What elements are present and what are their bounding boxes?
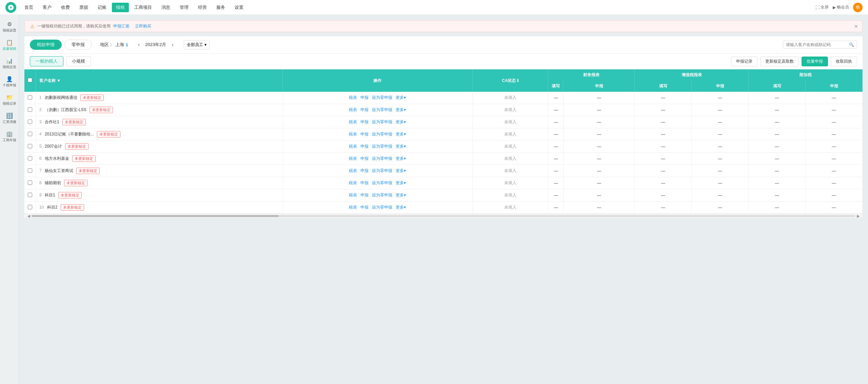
nav-invoice[interactable]: 票据 xyxy=(75,3,92,12)
row-checkbox-2[interactable] xyxy=(28,120,32,124)
row-op-zero[interactable]: 设为零申报 xyxy=(372,107,392,112)
tab-tax-declaration[interactable]: 税款申报 xyxy=(30,40,62,50)
row-op-taxform[interactable]: 税表 xyxy=(349,132,357,136)
sidebar-item-tax-records[interactable]: 📁 报税记录 xyxy=(0,91,19,109)
row-op-more[interactable]: 更多▾ xyxy=(396,107,406,112)
row-checkbox-5[interactable] xyxy=(28,156,32,161)
nav-operation[interactable]: 经营 xyxy=(194,3,211,12)
row-op-zero[interactable]: 设为零申报 xyxy=(372,180,392,185)
row-tag[interactable]: 未更新核定 xyxy=(61,204,84,211)
row-op-declare[interactable]: 申报 xyxy=(360,193,369,197)
scroll-right-arrow[interactable]: ▶ xyxy=(855,214,861,218)
row-checkbox-9[interactable] xyxy=(28,205,32,209)
row-checkbox-3[interactable] xyxy=(28,132,32,136)
sidebar-item-industrial-report[interactable]: 🏢 工商年报 xyxy=(0,127,19,146)
nav-home[interactable]: 首页 xyxy=(20,3,37,12)
scroll-left-arrow[interactable]: ◀ xyxy=(26,214,32,218)
row-op-declare[interactable]: 申报 xyxy=(360,144,369,149)
banner-link-buy[interactable]: 立即购买 xyxy=(135,23,151,29)
nav-settings[interactable]: 设置 xyxy=(231,3,248,12)
row-op-taxform[interactable]: 税表 xyxy=(349,95,357,100)
sidebar-item-calculation[interactable]: 🔢 汇算清缴 xyxy=(0,109,19,127)
fullscreen-button[interactable]: ⛶ 全屏 xyxy=(815,4,829,10)
row-tag[interactable]: 未更新核定 xyxy=(76,168,100,174)
sidebar-item-tax-report[interactable]: 📊 报税总览 xyxy=(0,54,19,72)
row-op-zero[interactable]: 设为零申报 xyxy=(372,95,392,100)
row-op-more[interactable]: 更多▾ xyxy=(396,180,406,185)
row-op-more[interactable]: 更多▾ xyxy=(396,156,406,161)
row-op-taxform[interactable]: 税表 xyxy=(349,156,357,161)
user-avatar[interactable]: 畅 xyxy=(853,3,863,12)
period-prev-button[interactable]: ‹ xyxy=(136,41,142,48)
row-op-declare[interactable]: 申报 xyxy=(360,132,369,136)
nav-accounting[interactable]: 记账 xyxy=(94,3,111,12)
select-all-checkbox[interactable] xyxy=(28,78,32,82)
row-op-declare[interactable]: 申报 xyxy=(360,205,369,210)
nav-billing[interactable]: 收费 xyxy=(57,3,74,12)
row-checkbox-1[interactable] xyxy=(28,107,32,112)
row-tag[interactable]: 未更新核定 xyxy=(65,143,88,150)
row-op-more[interactable]: 更多▾ xyxy=(396,95,406,100)
sidebar-item-personal-tax[interactable]: 👤 个税申报 xyxy=(0,72,19,91)
row-op-declare[interactable]: 申报 xyxy=(360,107,369,112)
row-op-more[interactable]: 更多▾ xyxy=(396,144,406,149)
row-op-zero[interactable]: 设为零申报 xyxy=(372,120,392,124)
row-checkbox-0[interactable] xyxy=(28,95,32,100)
nav-management[interactable]: 管理 xyxy=(176,3,193,12)
row-op-zero[interactable]: 设为零申报 xyxy=(372,144,392,149)
row-tag[interactable]: 未更新核定 xyxy=(72,155,96,162)
period-next-button[interactable]: › xyxy=(170,41,175,48)
row-op-more[interactable]: 更多▾ xyxy=(396,193,406,197)
batch-declare-button[interactable]: 批量申报 xyxy=(802,57,828,66)
row-op-taxform[interactable]: 税表 xyxy=(349,120,357,124)
search-input[interactable] xyxy=(786,42,847,47)
banner-link-report[interactable]: 申报汇签 xyxy=(113,23,130,29)
nav-tax[interactable]: 报税 xyxy=(112,3,129,12)
nav-industrial[interactable]: 工商项目 xyxy=(130,3,156,12)
row-op-taxform[interactable]: 税表 xyxy=(349,180,357,185)
banner-close-button[interactable]: ✕ xyxy=(854,24,858,29)
search-button[interactable]: 🔍 xyxy=(849,42,854,47)
row-op-zero[interactable]: 设为零申报 xyxy=(372,132,392,136)
row-op-declare[interactable]: 申报 xyxy=(360,95,369,100)
row-op-zero[interactable]: 设为零申报 xyxy=(372,193,392,197)
row-checkbox-8[interactable] xyxy=(28,193,32,197)
staff-selector[interactable]: 全部员工 ▾ xyxy=(184,40,210,49)
horizontal-scrollbar[interactable]: ◀ ▶ xyxy=(24,214,863,218)
row-op-more[interactable]: 更多▾ xyxy=(396,120,406,124)
nav-customers[interactable]: 客户 xyxy=(39,3,56,12)
row-tag[interactable]: 未更新核定 xyxy=(64,180,87,186)
sidebar-item-batch-tax[interactable]: 📋 批量报税 xyxy=(0,36,19,54)
nav-service[interactable]: 服务 xyxy=(212,3,229,12)
row-op-more[interactable]: 更多▾ xyxy=(396,168,406,173)
row-op-taxform[interactable]: 税表 xyxy=(349,168,357,173)
row-op-taxform[interactable]: 税表 xyxy=(349,205,357,210)
row-checkbox-7[interactable] xyxy=(28,180,32,185)
row-tag[interactable]: 未更新核定 xyxy=(80,94,104,101)
row-op-taxform[interactable]: 税表 xyxy=(349,144,357,149)
row-checkbox-4[interactable] xyxy=(28,144,32,148)
row-op-zero[interactable]: 设为零申报 xyxy=(372,168,392,173)
sidebar-item-tax-settings[interactable]: ⚙ 报税设置 xyxy=(0,18,19,36)
taxpayer-tab-small[interactable]: 小规模 xyxy=(66,56,91,66)
row-op-taxform[interactable]: 税表 xyxy=(349,193,357,197)
row-op-declare[interactable]: 申报 xyxy=(360,180,369,185)
row-op-more[interactable]: 更多▾ xyxy=(396,205,406,210)
row-op-zero[interactable]: 设为零申报 xyxy=(372,156,392,161)
row-op-taxform[interactable]: 税表 xyxy=(349,107,357,112)
row-tag[interactable]: 未更新核定 xyxy=(90,107,113,113)
row-op-declare[interactable]: 申报 xyxy=(360,156,369,161)
taxpayer-tab-general[interactable]: 一般的税人 xyxy=(30,56,63,66)
retrieve-button[interactable]: 收取回执 xyxy=(831,57,857,66)
info-icon[interactable]: ℹ xyxy=(126,42,128,47)
row-op-declare[interactable]: 申报 xyxy=(360,168,369,173)
update-button[interactable]: 更新核定及取数 xyxy=(760,57,799,66)
tab-zero-declaration[interactable]: 零申报 xyxy=(64,40,92,50)
nav-message[interactable]: 消息 xyxy=(157,3,174,12)
row-tag[interactable]: 未更新核定 xyxy=(97,131,120,137)
row-op-zero[interactable]: 设为零申报 xyxy=(372,205,392,210)
vip-button[interactable]: ▶ 畅会员 xyxy=(833,4,849,10)
row-tag[interactable]: 未更新核定 xyxy=(58,192,82,198)
row-op-declare[interactable]: 申报 xyxy=(360,120,369,124)
record-button[interactable]: 申报记录 xyxy=(731,57,757,66)
